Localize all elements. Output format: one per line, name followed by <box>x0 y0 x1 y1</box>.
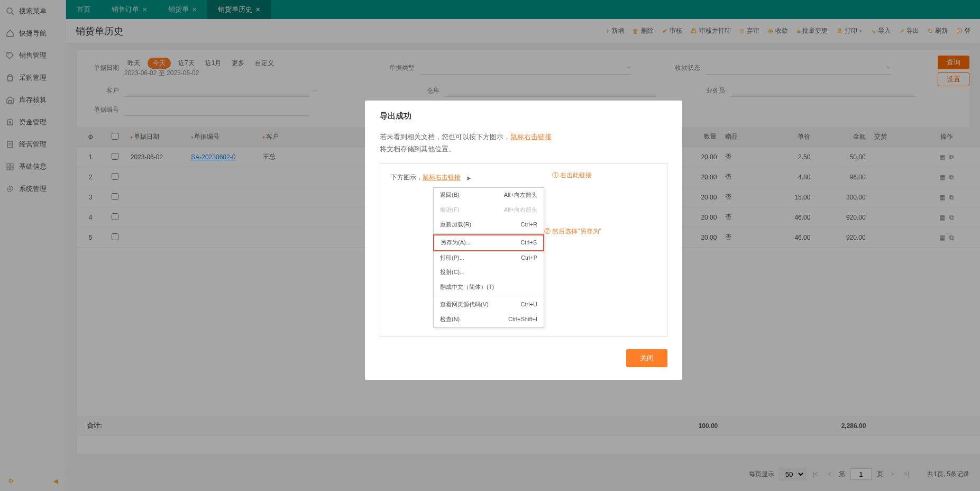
context-menu-illustration: 返回(B)Alt+向左箭头前进(F)Alt+向右箭头重新加载(R)Ctrl+R另… <box>433 187 544 327</box>
rightclick-link[interactable]: 鼠标右击链接 <box>510 133 552 141</box>
instruction-illustration: 下方图示，鼠标右击链接 ➤ ① 右击此链接 返回(B)Alt+向左箭头前进(F)… <box>380 163 667 337</box>
cursor-icon: ➤ <box>466 173 471 185</box>
annotation-2: ② 然后选择"另存为" <box>544 226 601 238</box>
modal-close-button[interactable]: 关闭 <box>626 349 667 367</box>
annotation-1: ① 右击此链接 <box>552 170 592 181</box>
modal-body: 若未看到相关文档，您也可以按下方图示，鼠标右击链接 将文档存储到其他位置。 下方… <box>365 121 682 349</box>
illust-link: 鼠标右击链接 <box>423 174 461 181</box>
modal-title: 导出成功 <box>365 101 682 121</box>
export-success-modal: 导出成功 若未看到相关文档，您也可以按下方图示，鼠标右击链接 将文档存储到其他位… <box>365 101 682 380</box>
